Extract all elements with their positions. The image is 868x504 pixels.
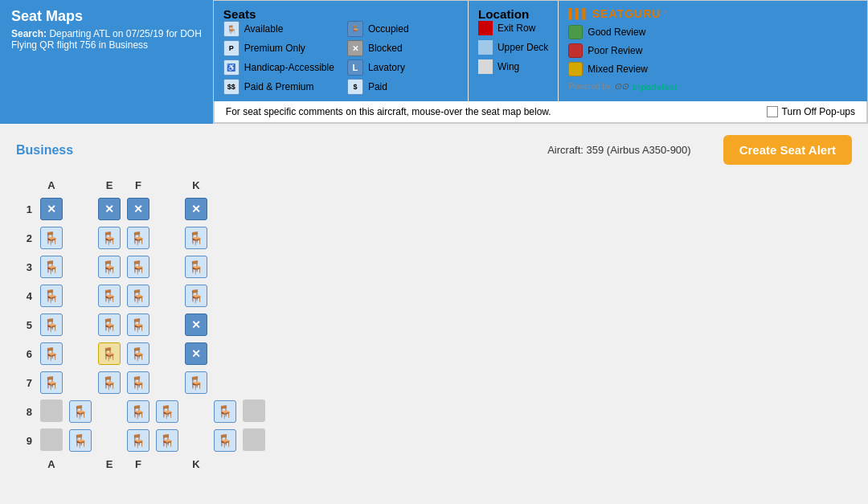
create-seat-alert-button[interactable]: Create Seat Alert [723, 135, 852, 165]
header-left: Seat Maps Search: Departing ATL on 07/25… [0, 0, 213, 124]
seat-7e[interactable]: 🪑 [96, 370, 122, 395]
legend-cols: Seats 🪑 Available 🪑 Occupied P Premium O… [214, 1, 867, 101]
seat-4k[interactable]: 🪑 [183, 283, 209, 309]
seat-icon-4f[interactable]: 🪑 [127, 285, 149, 307]
section-title: Business [16, 143, 73, 158]
legend-paid: $ Paid [347, 79, 458, 95]
seat-icon-7e[interactable]: 🪑 [98, 371, 121, 394]
aircraft-info: Aircraft: 359 (Airbus A350-900) [547, 144, 690, 156]
search-text: Departing ATL on 07/25/19 for DOH [49, 28, 201, 39]
seat-5a[interactable]: 🪑 [39, 312, 64, 338]
seat-icon-4e[interactable]: 🪑 [98, 285, 121, 307]
seat-4a[interactable]: 🪑 [39, 283, 64, 309]
seat-icon-7k[interactable]: 🪑 [185, 371, 207, 394]
seat-icon-7f[interactable]: 🪑 [127, 371, 149, 394]
seat-icon-5a[interactable]: 🪑 [40, 313, 63, 336]
seat-2e[interactable]: 🪑 [96, 225, 122, 251]
seat-icon-1f[interactable]: ✕ [127, 198, 149, 220]
seat-9e[interactable]: 🪑 [125, 428, 151, 453]
seat-icon-8a[interactable]: 🪑 [69, 400, 92, 423]
seat-icon-3k[interactable]: 🪑 [185, 256, 207, 278]
seat-1f[interactable]: ✕ [125, 196, 151, 222]
seat-icon-6f[interactable]: 🪑 [127, 342, 149, 365]
legend-lavatory: L Lavatory [347, 59, 458, 76]
seat-2k[interactable]: 🪑 [183, 225, 209, 251]
seat-icon-9k[interactable]: 🪑 [214, 429, 236, 452]
exit-9-right [241, 428, 267, 453]
seat-icon-6e[interactable]: 🪑 [98, 342, 121, 365]
aisle-gap-1 [68, 178, 93, 193]
search-sub: Flying QR flight 756 in Business [11, 39, 148, 51]
seat-icon-1k[interactable]: ✕ [185, 198, 207, 220]
seat-8f[interactable]: 🪑 [154, 399, 180, 424]
seat-icon-8e[interactable]: 🪑 [127, 400, 149, 423]
seat-icon-1e[interactable]: ✕ [98, 198, 121, 220]
seat-icon-4a[interactable]: 🪑 [40, 285, 63, 307]
location-title: Location [478, 7, 548, 21]
seat-2f[interactable]: 🪑 [125, 225, 151, 251]
seat-9k[interactable]: 🪑 [212, 428, 238, 453]
table-row: 6 🪑 🪑 🪑 ✕ [19, 341, 267, 367]
popup-toggle[interactable]: Turn Off Pop-ups [767, 106, 855, 117]
seat-5f[interactable]: 🪑 [125, 312, 151, 338]
seat-7a[interactable]: 🪑 [39, 370, 64, 395]
seat-8k[interactable]: 🪑 [212, 399, 238, 424]
seat-2a[interactable]: 🪑 [39, 225, 64, 251]
seat-1a[interactable]: ✕ [39, 196, 64, 222]
seat-icon-4k[interactable]: 🪑 [185, 285, 207, 307]
seat-4e[interactable]: 🪑 [96, 283, 122, 309]
seat-icon-5e[interactable]: 🪑 [98, 313, 121, 336]
seat-3e[interactable]: 🪑 [96, 254, 122, 280]
seat-7f[interactable]: 🪑 [125, 370, 151, 395]
seat-icon-6a[interactable]: 🪑 [40, 342, 63, 365]
row-num-8: 8 [19, 399, 35, 424]
seat-4f[interactable]: 🪑 [125, 283, 151, 309]
seat-7k[interactable]: 🪑 [183, 370, 209, 395]
seat-icon-2e[interactable]: 🪑 [98, 227, 121, 249]
seat-icon-5k[interactable]: ✕ [185, 313, 207, 336]
seat-icon-3f[interactable]: 🪑 [127, 256, 149, 278]
row-num-4: 4 [19, 283, 35, 309]
table-row: 1 ✕ ✕ ✕ ✕ [19, 196, 267, 222]
seat-3a[interactable]: 🪑 [39, 254, 64, 280]
seat-icon-3a[interactable]: 🪑 [40, 256, 63, 278]
legend-handicap: ♿ Handicap-Accessible [223, 59, 334, 76]
seat-9a[interactable]: 🪑 [68, 428, 93, 453]
seat-icon-2f[interactable]: 🪑 [127, 227, 149, 249]
seat-6e[interactable]: 🪑 [96, 341, 122, 367]
seat-6k[interactable]: ✕ [183, 341, 209, 367]
popup-checkbox[interactable] [767, 106, 778, 117]
seat-3f[interactable]: 🪑 [125, 254, 151, 280]
legend-paid-premium: $$ Paid & Premium [223, 79, 334, 95]
paid-icon: $ [347, 79, 363, 95]
row-num-1: 1 [19, 196, 35, 222]
available-icon: 🪑 [223, 21, 240, 37]
legend-upper-deck-label: Upper Deck [497, 42, 548, 53]
seat-icon-5f[interactable]: 🪑 [127, 313, 149, 336]
seat-icon-2k[interactable]: 🪑 [185, 227, 207, 249]
seat-8a[interactable]: 🪑 [68, 399, 93, 424]
seat-icon-9a[interactable]: 🪑 [69, 429, 92, 452]
seat-icon-1a[interactable]: ✕ [40, 198, 63, 220]
seat-icon-3e[interactable]: 🪑 [98, 256, 121, 278]
table-row: 7 🪑 🪑 🪑 🪑 [19, 370, 267, 395]
seat-icon-2a[interactable]: 🪑 [40, 227, 63, 249]
seat-5e[interactable]: 🪑 [96, 312, 122, 338]
seat-icon-6k[interactable]: ✕ [185, 342, 207, 365]
seat-5k[interactable]: ✕ [183, 312, 209, 338]
seat-icon-9e[interactable]: 🪑 [127, 429, 149, 452]
seat-8e[interactable]: 🪑 [125, 399, 151, 424]
seat-icon-9f[interactable]: 🪑 [156, 429, 178, 452]
seat-1e[interactable]: ✕ [96, 196, 122, 222]
exit-row-icon [478, 21, 493, 35]
seat-icon-8f[interactable]: 🪑 [156, 400, 178, 423]
seat-9f[interactable]: 🪑 [154, 428, 180, 453]
legend-available: 🪑 Available [223, 21, 334, 37]
search-label: Search: [11, 28, 47, 39]
seat-icon-7a[interactable]: 🪑 [40, 371, 63, 394]
seat-3k[interactable]: 🪑 [183, 254, 209, 280]
seat-icon-8k[interactable]: 🪑 [214, 400, 236, 423]
seat-6a[interactable]: 🪑 [39, 341, 64, 367]
seat-6f[interactable]: 🪑 [125, 341, 151, 367]
seat-1k[interactable]: ✕ [183, 196, 209, 222]
